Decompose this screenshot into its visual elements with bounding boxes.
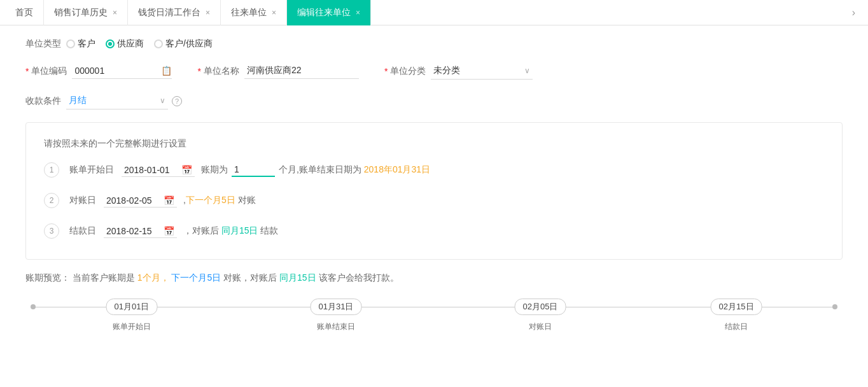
step-1-label: 账单开始日	[69, 164, 114, 176]
unit-category-label: 单位分类	[390, 66, 426, 77]
tab-edit-counterparty[interactable]: 编辑往来单位 ×	[287, 0, 371, 25]
timeline-right-dot	[832, 304, 837, 309]
timeline-labels: 账单开始日 账单结束日 对账日 结款日	[25, 321, 843, 334]
step-3-calendar-icon[interactable]: 📅	[164, 226, 174, 236]
tab-edit-counterparty-label: 编辑往来单位	[297, 7, 351, 18]
timeline-label-2-text: 账单结束日	[317, 322, 355, 331]
tab-bar: 首页 销售订单历史 × 钱货日清工作台 × 往来单位 × 编辑往来单位 × ›	[0, 0, 868, 25]
step-1-period-wrapper	[232, 163, 275, 177]
unit-category-value: 未分类	[433, 65, 524, 76]
timeline-left-dot	[31, 304, 36, 309]
timeline-label-3-text: 对账日	[529, 322, 552, 331]
radio-customer-circle	[66, 39, 75, 48]
unit-type-radio-group: 客户 供应商 客户/供应商	[66, 38, 213, 50]
payment-terms-field: 收款条件 月结 ∨ ?	[25, 92, 182, 109]
timeline-label-1: 账单开始日	[113, 321, 151, 332]
payment-terms-arrow: ∨	[160, 96, 165, 105]
unit-code-copy-icon[interactable]: 📋	[161, 66, 172, 76]
step-3-date-wrapper: 📅	[104, 225, 177, 238]
unit-type-field: 单位类型 客户 供应商 客户/供应商	[25, 38, 213, 50]
step-1-period-label: 账期为	[201, 164, 228, 176]
tab-home-label: 首页	[15, 7, 33, 18]
unit-category-field: * 单位分类 未分类 ∨	[384, 62, 533, 80]
step-2-calendar-icon[interactable]: 📅	[164, 195, 174, 206]
timeline-node-3: 02月05日	[514, 299, 566, 315]
radio-customer-supplier-circle	[154, 39, 163, 48]
unit-code-field: * 单位编码 📋	[25, 63, 172, 79]
step-1-period-input[interactable]	[234, 164, 272, 174]
step-1-period-unit: 个月,账单结束日期为 2018年01月31日	[279, 164, 430, 176]
payment-terms-select[interactable]: 月结 ∨	[66, 92, 168, 109]
period-section: 请按照未来的一个完整帐期进行设置 1 账单开始日 📅 账期为 个月,账单结束日期…	[25, 122, 843, 260]
step-2-desc: ,下一个月5日 对账	[183, 195, 256, 206]
step-2-date-input[interactable]	[106, 195, 164, 206]
unit-code-star: *	[25, 66, 29, 76]
tab-sales-history[interactable]: 销售订单历史 ×	[44, 0, 128, 25]
radio-supplier-circle	[106, 39, 115, 48]
unit-name-input[interactable]	[244, 63, 359, 79]
payment-terms-value: 月结	[69, 95, 160, 106]
tab-sales-history-label: 销售订单历史	[54, 7, 108, 18]
unit-code-input-wrapper: 📋	[72, 63, 172, 79]
preview-hl2: 下一个月5日	[171, 272, 221, 283]
tab-counterparty-close[interactable]: ×	[272, 8, 276, 17]
unit-code-input[interactable]	[72, 63, 161, 78]
unit-info-row: * 单位编码 📋 * 单位名称 * 单位分类 未分类 ∨	[25, 62, 843, 80]
timeline-container: 01月01日 01月31日 02月05日 02月15日	[25, 297, 843, 317]
step-1-date-input[interactable]	[124, 165, 181, 175]
step-2-row: 2 对账日 📅 ,下一个月5日 对账	[44, 193, 824, 208]
tab-home[interactable]: 首页	[5, 0, 44, 25]
unit-name-label: 单位名称	[204, 66, 239, 77]
radio-customer-supplier-label: 客户/供应商	[165, 38, 213, 50]
step-2-date-wrapper: 📅	[104, 194, 177, 208]
tab-expand-icon[interactable]: ›	[844, 7, 863, 18]
tab-sales-history-close[interactable]: ×	[113, 8, 117, 17]
unit-type-label: 单位类型	[25, 38, 61, 50]
radio-supplier[interactable]: 供应商	[106, 38, 144, 50]
tab-cash-ledger-close[interactable]: ×	[206, 8, 210, 17]
timeline-label-2: 账单结束日	[317, 321, 355, 332]
timeline-label-3: 对账日	[529, 321, 552, 332]
step-1-row: 1 账单开始日 📅 账期为 个月,账单结束日期为 2018年01月31日	[44, 162, 824, 178]
step-3-number: 3	[44, 223, 59, 239]
preview-label: 账期预览：	[25, 272, 70, 283]
step-1-calendar-icon[interactable]: 📅	[181, 165, 192, 175]
timeline-label-1-text: 账单开始日	[113, 322, 151, 331]
preview-mid: 对账，对账后	[223, 272, 279, 283]
timeline-node-2-pill: 01月31日	[310, 299, 361, 315]
radio-customer-supplier[interactable]: 客户/供应商	[154, 38, 213, 50]
unit-type-row: 单位类型 客户 供应商 客户/供应商	[25, 38, 843, 50]
step-1-end-date: 2018年01月31日	[364, 164, 430, 174]
payment-terms-label: 收款条件	[25, 95, 61, 107]
unit-code-label: 单位编码	[31, 66, 67, 77]
timeline-node-4-pill: 02月15日	[711, 299, 762, 315]
radio-customer-label: 客户	[78, 38, 95, 50]
payment-terms-help-icon[interactable]: ?	[172, 96, 182, 106]
step-3-date-input[interactable]	[106, 226, 164, 236]
main-content: 单位类型 客户 供应商 客户/供应商	[0, 25, 868, 387]
tab-edit-counterparty-close[interactable]: ×	[356, 8, 360, 17]
preview-prefix: 当前客户账期是	[73, 272, 137, 283]
step-2-number: 2	[44, 193, 59, 208]
timeline-node-1: 01月01日	[106, 299, 157, 315]
step-1-number: 1	[44, 162, 59, 178]
preview-hl1: 1个月，	[137, 272, 169, 283]
tab-cash-ledger[interactable]: 钱货日清工作台 ×	[128, 0, 221, 25]
unit-category-star: *	[384, 66, 388, 76]
step-2-highlight: 下一个月5日	[186, 195, 235, 205]
unit-category-arrow: ∨	[524, 66, 530, 75]
tab-cash-ledger-label: 钱货日清工作台	[138, 7, 200, 18]
preview-suffix: 该客户会给我打款。	[319, 272, 399, 283]
radio-customer[interactable]: 客户	[66, 38, 95, 50]
unit-name-star: *	[197, 66, 200, 76]
preview-text: 账期预览： 当前客户账期是 1个月， 下一个月5日 对账，对账后 同月15日 该…	[25, 272, 843, 284]
radio-supplier-label: 供应商	[117, 38, 144, 50]
radio-supplier-dot	[108, 42, 112, 46]
preview-hl3: 同月15日	[279, 272, 316, 283]
tab-counterparty[interactable]: 往来单位 ×	[221, 0, 287, 25]
payment-terms-row: 收款条件 月结 ∨ ?	[25, 92, 843, 109]
timeline-label-4: 结款日	[725, 321, 748, 332]
step-3-label: 结款日	[69, 225, 96, 237]
timeline-node-3-pill: 02月05日	[514, 299, 566, 315]
unit-category-select[interactable]: 未分类 ∨	[431, 62, 533, 80]
